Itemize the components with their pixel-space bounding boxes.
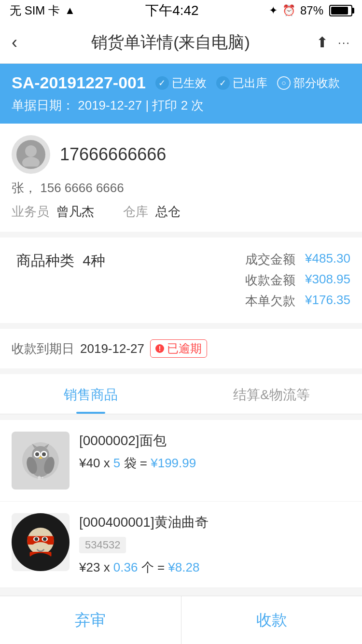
more-icon[interactable]: ··· <box>338 36 350 49</box>
overdue-section: 收款到期日 2019-12-27 ! 已逾期 <box>0 329 362 368</box>
list-item: [000400001]黄油曲奇 534532 ¥23 x 0.36 个 = ¥8… <box>0 502 362 588</box>
product-price-2: ¥23 x 0.36 个 = ¥8.28 <box>79 559 350 576</box>
svg-point-8 <box>42 452 46 456</box>
order-id: SA-20191227-001 <box>12 73 146 92</box>
product-sku-2: 534532 <box>79 537 126 553</box>
customer-name: 张， <box>12 181 37 195</box>
nav-bar: ‹ 销货单详情(来自电脑) ⬆ ··· <box>0 21 362 64</box>
status-badge-1: ✓ 已生效 <box>155 75 207 91</box>
product-total-1: ¥199.99 <box>151 456 196 470</box>
amount-row-2: 收款金额 ¥308.95 <box>245 272 350 289</box>
product-thumbnail-1: 鱼+ <box>12 432 70 490</box>
carrier-label: 无 SIM 卡 <box>10 3 60 18</box>
clock-icon: ○ <box>277 76 291 90</box>
amount-row-3: 本单欠款 ¥176.35 <box>245 293 350 309</box>
product-image-2 <box>12 513 70 571</box>
amount-label: 成交金额 <box>245 251 295 268</box>
svg-point-7 <box>35 452 39 456</box>
sales-meta: 业务员 曾凡杰 <box>12 203 94 220</box>
product-thumbnail-2 <box>12 513 70 571</box>
check-icon-2: ✓ <box>216 76 230 90</box>
share-icon[interactable]: ⬆ <box>316 34 328 51</box>
location-icon: ✦ <box>269 4 278 17</box>
avatar-icon <box>19 142 43 167</box>
received-value: ¥308.95 <box>305 272 350 289</box>
customer-sub: 张， 156 6666 6666 <box>12 180 350 196</box>
svg-point-1 <box>22 157 40 167</box>
product-price-1: ¥40 x 5 袋 = ¥199.99 <box>79 455 350 472</box>
product-info-1: [0000002]面包 ¥40 x 5 袋 = ¥199.99 <box>79 432 350 472</box>
summary-left: 商品种类 4种 <box>12 251 105 271</box>
product-total-2: ¥8.28 <box>168 560 199 574</box>
tab-products[interactable]: 销售商品 <box>0 374 181 414</box>
customer-alt-phone: 156 6666 6666 <box>40 181 124 195</box>
list-item: 鱼+ [0000002]面包 ¥40 x 5 袋 = ¥199.99 <box>0 420 362 502</box>
debt-value: ¥176.35 <box>305 293 350 309</box>
amount-value: ¥485.30 <box>305 251 350 268</box>
date-value: 2019-12-27 <box>78 98 142 112</box>
wifi-icon: ▲ <box>65 4 75 17</box>
customer-section: 17666666666 张， 156 6666 6666 业务员 曾凡杰 仓库 … <box>0 124 362 232</box>
product-name-1: [0000002]面包 <box>79 432 350 450</box>
status-badge-3: ○ 部分收款 <box>277 75 340 91</box>
overdue-label: 收款到期日 <box>12 340 74 357</box>
type-value: 4种 <box>83 252 105 268</box>
overdue-badge: ! 已逾期 <box>150 339 207 358</box>
customer-row: 17666666666 <box>12 135 350 174</box>
battery-icon <box>329 5 352 16</box>
product-list: 鱼+ [0000002]面包 ¥40 x 5 袋 = ¥199.99 <box>0 420 362 588</box>
print-info: | 打印 2 次 <box>145 98 204 112</box>
collect-payment-button[interactable]: 收款 <box>181 596 362 644</box>
tabs-section: 销售商品 结算&物流等 <box>0 374 362 414</box>
type-label: 商品种类 <box>16 252 74 268</box>
product-qty-2: 0.36 <box>113 560 138 574</box>
summary-grid: 商品种类 4种 成交金额 ¥485.30 收款金额 ¥308.95 本单欠款 ¥… <box>12 251 350 309</box>
status-time: 下午4:42 <box>145 1 199 20</box>
summary-section: 商品种类 4种 成交金额 ¥485.30 收款金额 ¥308.95 本单欠款 ¥… <box>0 238 362 323</box>
warehouse-label: 仓库 <box>123 204 148 219</box>
debt-label: 本单欠款 <box>245 293 295 309</box>
cancel-audit-button[interactable]: 弃审 <box>0 596 181 644</box>
check-icon-1: ✓ <box>155 76 169 90</box>
sales-label: 业务员 <box>12 204 49 219</box>
amount-row-1: 成交金额 ¥485.30 <box>245 251 350 268</box>
product-name-2: [000400001]黄油曲奇 <box>79 513 350 532</box>
header-banner: SA-20191227-001 ✓ 已生效 ✓ 已出库 ○ 部分收款 单据日期：… <box>0 64 362 124</box>
warehouse-value: 总仓 <box>155 204 181 219</box>
warehouse-meta: 仓库 总仓 <box>123 203 181 220</box>
customer-meta: 业务员 曾凡杰 仓库 总仓 <box>12 203 350 220</box>
page-title: 销货单详情(来自电脑) <box>25 31 316 54</box>
svg-point-0 <box>25 145 37 157</box>
product-info-2: [000400001]黄油曲奇 534532 ¥23 x 0.36 个 = ¥8… <box>79 513 350 576</box>
banner-row2: 单据日期： 2019-12-27 | 打印 2 次 <box>12 97 350 114</box>
received-label: 收款金额 <box>245 272 295 289</box>
svg-point-21 <box>43 537 47 541</box>
status-left: 无 SIM 卡 ▲ <box>10 3 75 18</box>
product-image-1: 鱼+ <box>12 432 70 490</box>
svg-point-20 <box>35 537 39 541</box>
bottom-bar: 弃审 收款 <box>0 596 362 644</box>
tab-settlement[interactable]: 结算&物流等 <box>181 374 362 414</box>
back-button[interactable]: ‹ <box>12 32 17 53</box>
banner-row1: SA-20191227-001 ✓ 已生效 ✓ 已出库 ○ 部分收款 <box>12 73 350 92</box>
alarm-icon: ⏰ <box>282 4 295 17</box>
status-bar: 无 SIM 卡 ▲ 下午4:42 ✦ ⏰ 87% <box>0 0 362 21</box>
overdue-text: 已逾期 <box>167 341 202 356</box>
nav-actions: ⬆ ··· <box>316 34 350 51</box>
status-right: ✦ ⏰ 87% <box>269 4 352 17</box>
status-badge-2: ✓ 已出库 <box>216 75 267 91</box>
svg-text:鱼+: 鱼+ <box>38 476 44 480</box>
summary-right: 成交金额 ¥485.30 收款金额 ¥308.95 本单欠款 ¥176.35 <box>245 251 350 309</box>
overdue-dot-icon: ! <box>155 344 164 353</box>
battery-label: 87% <box>300 4 323 17</box>
customer-phone: 17666666666 <box>60 144 166 165</box>
product-qty-1: 5 <box>113 456 120 470</box>
avatar <box>12 135 50 174</box>
sales-value: 曾凡杰 <box>56 204 94 219</box>
overdue-date: 2019-12-27 <box>80 341 144 356</box>
date-label: 单据日期： <box>12 98 74 112</box>
